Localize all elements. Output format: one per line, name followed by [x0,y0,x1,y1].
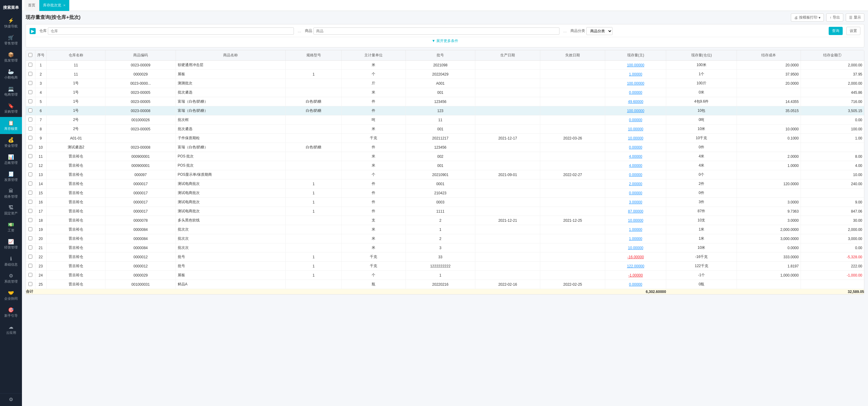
row-checkbox[interactable] [28,191,32,195]
row-checkbox-cell[interactable] [26,88,35,97]
sidebar-logo[interactable]: 搜索菜单 [2,2,20,13]
row-qty-main[interactable]: 10.00000 [605,243,666,252]
filter-settings-button[interactable]: 设置 [846,27,860,35]
row-checkbox-cell[interactable] [26,234,35,243]
row-checkbox-cell[interactable] [26,115,35,125]
sidebar-item-collab[interactable]: 🤝 企业协同 [0,287,22,304]
row-checkbox-cell[interactable] [26,161,35,170]
row-checkbox[interactable] [28,99,32,103]
goods-input[interactable] [313,27,559,35]
row-checkbox-cell[interactable] [26,70,35,79]
row-checkbox[interactable] [28,163,32,167]
row-qty-main[interactable]: 10.00000 [605,216,666,225]
sidebar-item-guide[interactable]: 🎯 新手引导 [0,304,22,321]
row-checkbox[interactable] [28,63,32,67]
row-qty-main[interactable]: 1.00000 [605,234,666,243]
row-checkbox[interactable] [28,236,32,240]
row-qty-main[interactable]: 0.00000 [605,143,666,152]
row-qty-main[interactable]: 1.00000 [605,70,666,79]
row-checkbox-cell[interactable] [26,97,35,106]
row-checkbox-cell[interactable] [26,271,35,280]
row-checkbox-cell[interactable] [26,262,35,271]
row-checkbox[interactable] [28,145,32,149]
warehouse-input[interactable] [48,27,294,35]
category-select[interactable]: 商品分类 [586,27,613,35]
row-checkbox-cell[interactable] [26,134,35,143]
row-checkbox-cell[interactable] [26,216,35,225]
sidebar-settings-button[interactable]: ⚙ [0,393,22,406]
row-checkbox-cell[interactable] [26,189,35,198]
row-qty-main[interactable]: 10.00000 [605,125,666,134]
row-checkbox[interactable] [28,172,32,176]
sidebar-item-retail[interactable]: 🛒 零售管理 [0,32,22,49]
row-checkbox[interactable] [28,108,32,112]
filter-expand-toggle[interactable]: ▼ 展开更多条件 [30,37,860,45]
sidebar-item-payroll[interactable]: 💵 工资 [0,219,22,236]
search-button[interactable]: 查询 [829,27,843,35]
tab-home[interactable]: 首页 [24,0,39,11]
tab-inventory-batch[interactable]: 库存批次览 ✕ [39,0,69,11]
row-checkbox[interactable] [28,117,32,122]
row-checkbox-cell[interactable] [26,79,35,88]
row-checkbox-cell[interactable] [26,106,35,115]
row-checkbox-cell[interactable] [26,61,35,70]
row-qty-main[interactable]: 4.00000 [605,152,666,161]
sidebar-item-wholesale[interactable]: 📦 批发管理 [0,49,22,66]
row-qty-main[interactable]: 100.00000 [605,106,666,115]
row-checkbox[interactable] [28,264,32,268]
row-checkbox[interactable] [28,218,32,222]
sidebar-item-ecommerce[interactable]: 💻 电商管理 [0,83,22,100]
row-qty-main[interactable]: 87.00000 [605,207,666,216]
row-checkbox-cell[interactable] [26,252,35,262]
row-checkbox[interactable] [28,181,32,185]
row-qty-main[interactable]: -16.00000 [605,252,666,262]
row-qty-main[interactable]: 2.00000 [605,179,666,189]
col-select-all[interactable] [26,50,35,61]
row-qty-main[interactable]: 0.00000 [605,189,666,198]
row-qty-main[interactable]: 0.00000 [605,115,666,125]
show-button[interactable]: ☰ 显示 [846,13,864,22]
row-checkbox[interactable] [28,209,32,213]
sidebar-item-ecommerce-small[interactable]: 🦢 小鹅电商 [0,66,22,83]
sidebar-item-ledger[interactable]: 📊 总账管理 [0,151,22,168]
row-qty-main[interactable]: 100.00000 [605,61,666,70]
row-checkbox-cell[interactable] [26,170,35,179]
row-checkbox[interactable] [28,136,32,140]
sidebar-item-management[interactable]: 📈 经营管理 [0,236,22,253]
row-qty-main[interactable]: 1.00000 [605,225,666,234]
select-all-checkbox[interactable] [28,53,32,57]
row-checkbox-cell[interactable] [26,179,35,189]
row-checkbox[interactable] [28,200,32,204]
row-qty-main[interactable]: 122.00000 [605,262,666,271]
sidebar-item-system[interactable]: ⚙ 系统管理 [0,270,22,287]
row-checkbox[interactable] [28,127,32,131]
sidebar-item-assets[interactable]: 🏗 固定资产 [0,202,22,219]
row-qty-main[interactable]: 100.00000 [605,79,666,88]
row-checkbox[interactable] [28,282,32,286]
row-checkbox[interactable] [28,227,32,231]
sidebar-item-finance[interactable]: 💰 资金管理 [0,134,22,151]
row-qty-main[interactable]: 10.00000 [605,134,666,143]
filter-expand-arrow[interactable]: ▶ [30,28,36,34]
row-checkbox[interactable] [28,72,32,76]
row-checkbox-cell[interactable] [26,125,35,134]
sidebar-item-inventory[interactable]: 📋 库存核查 [0,117,22,134]
print-button[interactable]: 🖨 按模板打印 ▾ [791,13,824,22]
row-checkbox-cell[interactable] [26,280,35,289]
row-qty-main[interactable]: -1.00000 [605,271,666,280]
row-checkbox-cell[interactable] [26,225,35,234]
row-qty-main[interactable]: 0.00000 [605,170,666,179]
sidebar-item-cloud[interactable]: ☁ 云应用 [0,321,22,338]
row-checkbox[interactable] [28,81,32,85]
row-qty-main[interactable]: 0.00000 [605,280,666,289]
row-checkbox[interactable] [28,90,32,94]
row-checkbox[interactable] [28,154,32,158]
row-checkbox-cell[interactable] [26,207,35,216]
row-checkbox-cell[interactable] [26,152,35,161]
row-qty-main[interactable]: 3.00000 [605,198,666,207]
row-qty-main[interactable]: 0.00000 [605,88,666,97]
row-qty-main[interactable]: 4.00000 [605,161,666,170]
sidebar-item-tax[interactable]: 🏛 税务管理 [0,185,22,202]
row-checkbox-cell[interactable] [26,198,35,207]
sidebar-item-quick-nav[interactable]: ⚡ 快捷导航 [0,14,22,32]
